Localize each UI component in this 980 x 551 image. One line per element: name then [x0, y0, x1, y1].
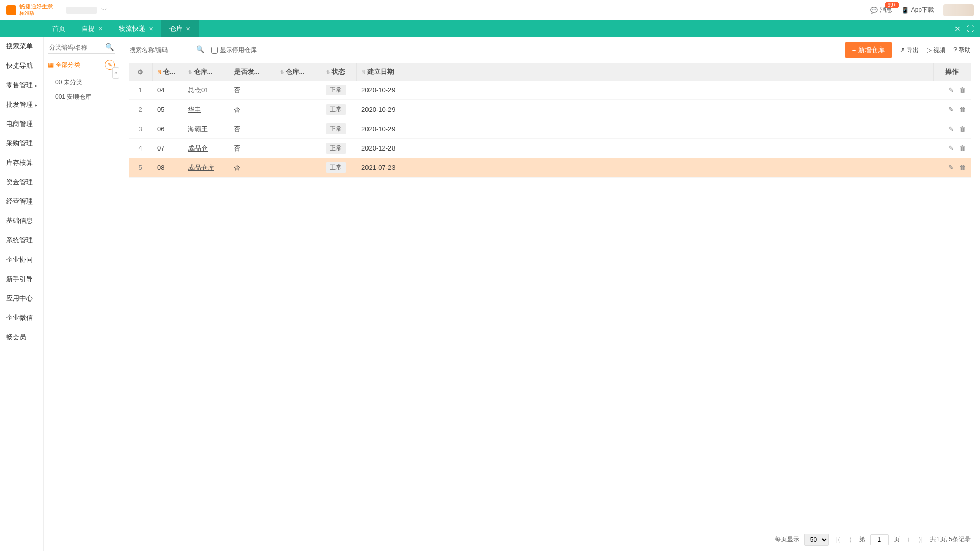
cell-index: 4	[129, 139, 152, 158]
search-icon[interactable]: 🔍	[196, 45, 204, 53]
sidebar-item-经营管理[interactable]: 经营管理	[0, 192, 43, 211]
show-disabled-checkbox-wrap[interactable]: 显示停用仓库	[211, 46, 257, 55]
export-button[interactable]: ↗ 导出	[900, 46, 919, 55]
status-badge: 正常	[326, 123, 346, 134]
next-page-button[interactable]: ⟩	[905, 536, 912, 543]
sidebar-item-快捷导航[interactable]: 快捷导航	[0, 56, 43, 76]
column-code[interactable]: ⇅仓...	[152, 63, 183, 81]
close-all-tabs-icon[interactable]: ✕	[954, 24, 961, 33]
sidebar-item-库存核算[interactable]: 库存核算	[0, 153, 43, 172]
close-icon[interactable]: ✕	[98, 26, 103, 32]
all-categories-label: 全部分类	[56, 61, 80, 69]
sidebar-item-应用中心[interactable]: 应用中心	[0, 289, 43, 308]
fullscreen-icon[interactable]: ⛶	[967, 24, 974, 33]
collapse-category-sidebar-button[interactable]: «	[112, 67, 119, 79]
download-label: App下载	[911, 6, 934, 14]
column-name[interactable]: ⇅仓库...	[183, 63, 229, 81]
table-body: 104总仓01否正常2020-10-29✎🗑205华圭否正常2020-10-29…	[129, 81, 971, 178]
messages-button[interactable]: 💬 消息 99+	[870, 6, 892, 14]
delete-icon[interactable]: 🗑	[959, 125, 966, 133]
sidebar-item-零售管理[interactable]: 零售管理▸	[0, 76, 43, 95]
show-disabled-checkbox[interactable]	[211, 47, 218, 54]
search-icon[interactable]: 🔍	[105, 43, 114, 51]
close-icon[interactable]: ✕	[149, 26, 153, 32]
category-header: ▦ 全部分类 ✎	[48, 60, 115, 70]
cell-date: 2021-07-23	[356, 158, 933, 178]
edit-icon[interactable]: ✎	[948, 86, 954, 94]
sidebar-item-批发管理[interactable]: 批发管理▸	[0, 95, 43, 114]
cell-ops: ✎🗑	[933, 158, 971, 178]
add-warehouse-label: 新增仓库	[858, 45, 885, 55]
brand-logo-icon	[6, 5, 16, 15]
cell-index: 2	[129, 100, 152, 119]
sidebar-item-基础信息[interactable]: 基础信息	[0, 211, 43, 231]
warehouse-name-link[interactable]: 华圭	[188, 106, 201, 113]
per-page-select[interactable]: 50	[804, 534, 829, 546]
sidebar-item-畅会员[interactable]: 畅会员	[0, 328, 43, 347]
app-download-button[interactable]: 📱 App下载	[901, 6, 934, 14]
table-row[interactable]: 104总仓01否正常2020-10-29✎🗑	[129, 81, 971, 100]
status-badge: 正常	[326, 143, 346, 154]
delete-icon[interactable]: 🗑	[959, 86, 966, 94]
prev-page-button[interactable]: ⟨	[847, 536, 854, 543]
video-button[interactable]: ▷ 视频	[927, 46, 945, 55]
cell-flag: 否	[229, 81, 275, 100]
category-item[interactable]: 00 未分类	[48, 75, 115, 90]
company-selector[interactable]: ﹀	[66, 6, 108, 15]
warehouse-search-input[interactable]	[129, 44, 205, 56]
category-item[interactable]: 001 安顺仓库	[48, 90, 115, 105]
sidebar-item-新手引导[interactable]: 新手引导	[0, 269, 43, 289]
add-warehouse-button[interactable]: + 新增仓库	[845, 42, 892, 58]
edit-icon[interactable]: ✎	[948, 125, 954, 133]
table-row[interactable]: 205华圭否正常2020-10-29✎🗑	[129, 100, 971, 119]
sidebar-item-label: 企业微信	[6, 313, 33, 322]
export-icon: ↗	[900, 46, 905, 54]
tab-物流快递[interactable]: 物流快递✕	[111, 20, 161, 37]
column-settings[interactable]: ⚙	[129, 63, 152, 81]
close-icon[interactable]: ✕	[186, 26, 190, 32]
sidebar-item-采购管理[interactable]: 采购管理	[0, 134, 43, 153]
cell-code: 07	[152, 139, 183, 158]
cell-ops: ✎🗑	[933, 81, 971, 100]
all-categories-button[interactable]: ▦ 全部分类	[48, 61, 80, 69]
delete-icon[interactable]: 🗑	[959, 106, 966, 113]
sidebar-item-电商管理[interactable]: 电商管理	[0, 114, 43, 134]
page-input[interactable]	[870, 534, 889, 545]
table-row[interactable]: 508成品仓库否正常2021-07-23✎🗑	[129, 158, 971, 178]
tab-自提[interactable]: 自提✕	[74, 20, 111, 37]
column-flag[interactable]: 是否发...	[229, 63, 275, 81]
sidebar-item-label: 企业协同	[6, 255, 33, 264]
last-page-button[interactable]: ⟩|	[917, 536, 925, 543]
help-button[interactable]: ? 帮助	[953, 46, 971, 55]
column-status[interactable]: ⇅状态	[321, 63, 356, 81]
sidebar-item-企业微信[interactable]: 企业微信	[0, 308, 43, 328]
warehouse-name-link[interactable]: 海霸王	[188, 125, 208, 133]
sidebar-item-系统管理[interactable]: 系统管理	[0, 231, 43, 250]
warehouse-name-link[interactable]: 成品仓	[188, 144, 208, 152]
column-type[interactable]: ⇅仓库...	[275, 63, 321, 81]
help-label: 帮助	[959, 46, 971, 55]
cell-type	[275, 139, 321, 158]
warehouse-name-link[interactable]: 成品仓库	[188, 164, 214, 171]
table-row[interactable]: 407成品仓否正常2020-12-28✎🗑	[129, 139, 971, 158]
cell-type	[275, 119, 321, 139]
table-row[interactable]: 306海霸王否正常2020-10-29✎🗑	[129, 119, 971, 139]
tab-首页[interactable]: 首页	[44, 20, 74, 37]
first-page-button[interactable]: |⟨	[834, 536, 842, 543]
cell-status: 正常	[321, 100, 356, 119]
edit-icon[interactable]: ✎	[948, 144, 954, 152]
sidebar-item-企业协同[interactable]: 企业协同	[0, 250, 43, 269]
sidebar-item-label: 经营管理	[6, 197, 33, 206]
sidebar-item-搜索菜单[interactable]: 搜索菜单	[0, 37, 43, 56]
warehouse-name-link[interactable]: 总仓01	[188, 86, 208, 94]
delete-icon[interactable]: 🗑	[959, 164, 966, 171]
edit-icon[interactable]: ✎	[948, 164, 954, 171]
tab-仓库[interactable]: 仓库✕	[161, 20, 199, 37]
sidebar-item-资金管理[interactable]: 资金管理	[0, 172, 43, 192]
cell-index: 5	[129, 158, 152, 178]
grid-icon: ▦	[48, 61, 54, 68]
column-date[interactable]: ⇅建立日期	[356, 63, 933, 81]
user-avatar[interactable]	[943, 4, 974, 16]
edit-icon[interactable]: ✎	[948, 106, 954, 113]
delete-icon[interactable]: 🗑	[959, 144, 966, 152]
